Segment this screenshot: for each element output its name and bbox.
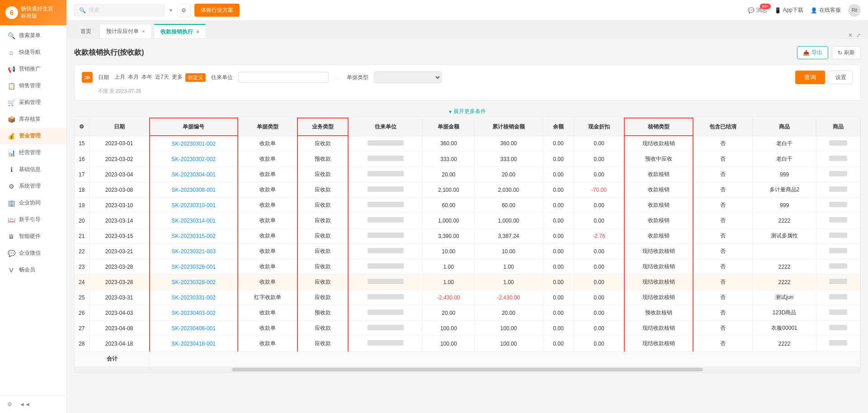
cell-verifytype: 现结收款核销 — [624, 244, 693, 259]
service-btn[interactable]: 👤 在线客服 — [811, 6, 841, 14]
query-button[interactable]: 查询 — [795, 71, 825, 84]
doc-link[interactable]: SK-20230301-002 — [172, 141, 216, 147]
sidebar-item-system[interactable]: ⚙ 系统管理 — [0, 178, 66, 195]
cell-doctype: 收款单 — [238, 305, 297, 321]
custom-date-button[interactable]: 自定义 — [185, 73, 206, 82]
col-settled-header[interactable]: 包含已结清 — [693, 118, 752, 136]
col-docno-header[interactable]: 单据编号 — [150, 118, 238, 136]
table-row[interactable]: 27 2023-04-08 SK-20230408-001 收款单 应收款 10… — [75, 321, 860, 336]
cell-no: 27 — [75, 321, 89, 336]
doc-link[interactable]: SK-20230321-003 — [172, 248, 216, 255]
app-download-btn[interactable]: 📱 App下载 — [774, 6, 803, 14]
date-more[interactable]: 更多 — [172, 73, 183, 82]
doc-link[interactable]: SK-20230304-001 — [172, 171, 216, 178]
expand-more-bar[interactable]: ▾ 展开更多条件 — [74, 106, 861, 117]
col-settings-header[interactable]: ⚙ — [75, 118, 89, 136]
col-doctype-header[interactable]: 单据类型 — [238, 118, 297, 136]
table-row[interactable]: 23 2023-03-28 SK-20230328-001 收款单 应收款 1.… — [75, 259, 860, 275]
sidebar-item-purchase[interactable]: 🛒 采购管理 — [0, 94, 66, 111]
dropdown-arrow[interactable]: ▼ — [168, 7, 174, 14]
cell-doctype: 收款单 — [238, 244, 297, 259]
cell-docno: SK-20230321-003 — [150, 244, 238, 259]
partner-input[interactable] — [238, 72, 329, 83]
col-amount-header[interactable]: 单据金额 — [423, 118, 475, 136]
cell-goods2 — [816, 336, 860, 351]
tab-prepay-close[interactable]: ✕ — [142, 29, 145, 34]
solution-button[interactable]: 体验行业方案 — [194, 4, 240, 17]
cell-doctype: 收款单 — [238, 275, 297, 290]
sidebar-item-guide[interactable]: 📖 新手引导 — [0, 211, 66, 228]
col-goods2-header[interactable]: 商品 — [816, 118, 860, 136]
doc-link[interactable]: SK-20230331-002 — [172, 294, 216, 301]
table-row[interactable]: 15 2023-03-01 SK-20230301-002 收款单 应收款 36… — [75, 136, 860, 152]
table-row[interactable]: 25 2023-03-31 SK-20230331-002 红字收款单 应收款 … — [75, 290, 860, 305]
tab-home[interactable]: 首页 — [74, 24, 98, 38]
col-verified-header[interactable]: 累计核销金额 — [475, 118, 543, 136]
doc-link[interactable]: SK-20230418-001 — [172, 341, 216, 347]
table-row[interactable]: 20 2023-03-14 SK-20230314-001 收款单 应收款 1,… — [75, 213, 860, 228]
sidebar-item-marketing[interactable]: 📢 营销推广 — [0, 61, 66, 77]
col-verifytype-header[interactable]: 核销类型 — [624, 118, 693, 136]
doc-link[interactable]: SK-20230328-001 — [172, 264, 216, 270]
table-row[interactable]: 18 2023-03-08 SK-20230308-001 收款单 应收款 2,… — [75, 182, 860, 198]
date-this-month[interactable]: 本月 — [128, 73, 139, 82]
table-row[interactable]: 22 2023-03-21 SK-20230321-003 收款单 应收款 10… — [75, 244, 860, 259]
date-last-month[interactable]: 上月 — [114, 73, 125, 82]
col-date-header[interactable]: 日期 — [89, 118, 150, 136]
sidebar-item-wechat[interactable]: 💬 企业微信 — [0, 245, 66, 261]
doc-type-select[interactable] — [374, 71, 442, 83]
table-row[interactable]: 19 2023-03-10 SK-20230310-001 收款单 应收款 60… — [75, 198, 860, 213]
search-box[interactable]: 🔍 搜索 — [74, 4, 165, 16]
sidebar-item-hardware[interactable]: 🖥 智能硬件 — [0, 228, 66, 245]
table-row[interactable]: 26 2023-04-03 SK-20230403-002 收款单 预收款 20… — [75, 305, 860, 321]
cell-discount: -2.76 — [574, 228, 624, 244]
date-7days[interactable]: 近7天 — [155, 73, 169, 82]
tab-prepay[interactable]: 预计应应付单 ✕ — [99, 24, 152, 38]
tab-close-icon[interactable]: ✕ — [848, 32, 853, 38]
tab-collection[interactable]: 收款核销执行 ✕ — [154, 24, 206, 38]
col-goods1-header[interactable]: 商品 — [752, 118, 816, 136]
filter-expand-button[interactable]: ≫ — [82, 72, 93, 83]
user-avatar[interactable]: Rit — [848, 4, 861, 17]
sidebar-item-finance[interactable]: 💰 资金管理 — [0, 128, 66, 144]
horizontal-scrollbar[interactable] — [75, 367, 860, 372]
table-row[interactable]: 24 2023-03-28 SK-20230328-002 收款单 应收款 1.… — [75, 275, 860, 290]
doc-link[interactable]: SK-20230302-002 — [172, 156, 216, 162]
table-row[interactable]: 17 2023-03-04 SK-20230304-001 收款单 应收款 20… — [75, 167, 860, 182]
table-row[interactable]: 16 2023-03-02 SK-20230302-002 收款单 预收款 33… — [75, 152, 860, 167]
doc-link[interactable]: SK-20230310-001 — [172, 202, 216, 209]
table-row[interactable]: 21 2023-03-15 SK-20230315-002 收款单 应收款 3,… — [75, 228, 860, 244]
column-settings-icon[interactable]: ⚙ — [79, 123, 84, 130]
col-biztype-header[interactable]: 业务类型 — [297, 118, 348, 136]
doc-link[interactable]: SK-20230403-002 — [172, 310, 216, 316]
date-this-year[interactable]: 本年 — [142, 73, 152, 82]
sidebar-item-enterprise[interactable]: 🏢 企业协同 — [0, 195, 66, 211]
collapse-icon[interactable]: ◄◄ — [19, 401, 30, 408]
doc-link[interactable]: SK-20230314-001 — [172, 218, 216, 224]
doc-link[interactable]: SK-20230308-001 — [172, 187, 216, 193]
doc-link[interactable]: SK-20230328-002 — [172, 279, 216, 285]
export-button[interactable]: 📤 导出 — [797, 46, 828, 59]
message-button[interactable]: 💬 消息 99+ — [748, 6, 767, 14]
doc-link[interactable]: SK-20230315-002 — [172, 233, 216, 239]
table-row[interactable]: 28 2023-04-18 SK-20230418-001 收款单 应收款 10… — [75, 336, 860, 351]
doc-link[interactable]: SK-20230408-001 — [172, 325, 216, 332]
refresh-button[interactable]: ↻ 刷新 — [832, 46, 861, 59]
sidebar-item-sales[interactable]: 📋 销售管理 — [0, 77, 66, 94]
col-balance-header[interactable]: 余额 — [542, 118, 574, 136]
settings-bottom-icon[interactable]: ⚙ — [7, 401, 12, 408]
sidebar-item-quick[interactable]: ⌂ 快捷导航 — [0, 44, 66, 61]
sidebar-item-search[interactable]: 🔍 搜索菜单 — [0, 27, 66, 44]
tab-collection-close[interactable]: ✕ — [196, 29, 199, 34]
sidebar-item-inventory[interactable]: 📦 库存核算 — [0, 111, 66, 128]
col-discount-header[interactable]: 现金折扣 — [574, 118, 624, 136]
settings-btn-top[interactable]: ⚙ — [177, 4, 191, 17]
tab-maximize-icon[interactable]: ⤢ — [856, 32, 861, 38]
sidebar-item-member[interactable]: V 畅会员 — [0, 261, 66, 278]
sidebar-item-basic[interactable]: ℹ 基础信息 — [0, 161, 66, 178]
scroll-thumb[interactable] — [232, 368, 703, 371]
filter-settings-button[interactable]: 设置 — [829, 71, 853, 84]
sidebar-label-operation: 经营管理 — [19, 149, 41, 157]
sidebar-item-operation[interactable]: 📊 经营管理 — [0, 144, 66, 161]
col-partner-header[interactable]: 往来单位 — [348, 118, 423, 136]
